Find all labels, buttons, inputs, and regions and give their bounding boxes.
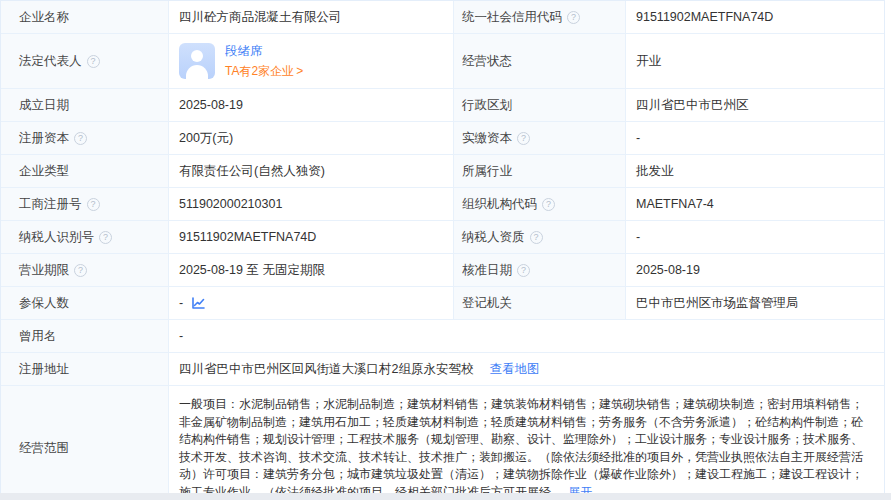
table-row: 法定代表人 ? 段绪席 TA有2家企业> 经营状态 开业 [1,34,884,89]
help-icon[interactable]: ? [87,55,100,68]
credit-code-value: 91511902MAETFNA74D [626,1,884,33]
company-name-value: 四川砼方商品混凝土有限公司 [169,1,454,33]
help-icon[interactable]: ? [74,132,87,145]
table-row: 参保人数 - 登记机关 巴中市巴州区市场监督管理局 [1,287,884,320]
reg-address-value: 四川省巴中市巴州区回风街道大溪口村2组原永安驾校 [179,361,473,378]
help-icon[interactable]: ? [542,198,555,211]
paid-capital-value: - [626,122,884,154]
table-row: 企业名称 四川砼方商品混凝土有限公司 统一社会信用代码 ? 91511902MA… [1,1,884,34]
status-label: 经营状态 [454,34,626,88]
table-row: 注册地址 四川省巴中市巴州区回风街道大溪口村2组原永安驾校 查看地图 [1,353,884,386]
taxpayer-id-label: 纳税人识别号 ? [1,221,169,253]
reg-capital-value: 200万(元) [169,122,454,154]
establish-date-label: 成立日期 [1,89,169,121]
table-row: 注册资本 ? 200万(元) 实缴资本 ? - [1,122,884,155]
company-type-value: 有限责任公司(自然人独资) [169,155,454,187]
person-icon [191,50,203,62]
admin-division-value: 四川省巴中市巴州区 [626,89,884,121]
taxpayer-id-value: 91511902MAETFNA74D [169,221,454,253]
related-companies-link[interactable]: TA有2家企业> [225,63,303,80]
reg-address-cell: 四川省巴中市巴州区回风街道大溪口村2组原永安驾校 查看地图 [169,353,884,385]
legal-rep-avatar[interactable] [179,43,215,79]
trend-chart-icon[interactable] [191,296,206,310]
credit-code-label: 统一社会信用代码 ? [454,1,626,33]
company-name-label: 企业名称 [1,1,169,33]
view-map-link[interactable]: 查看地图 [489,361,539,378]
table-row: 经营范围 一般项目：水泥制品销售；水泥制品制造；建筑材料销售；建筑装饰材料销售；… [1,386,884,500]
help-icon[interactable]: ? [530,231,543,244]
reg-number-label: 工商注册号 ? [1,188,169,220]
org-code-label: 组织机构代码 ? [454,188,626,220]
help-icon[interactable]: ? [74,264,87,277]
table-row: 曾用名 - [1,320,884,353]
establish-date-value: 2025-08-19 [169,89,454,121]
paid-capital-label: 实缴资本 ? [454,122,626,154]
help-icon[interactable]: ? [87,198,100,211]
legal-rep-name-link[interactable]: 段绪席 [225,43,303,60]
industry-value: 批发业 [626,155,884,187]
business-info-table: 企业名称 四川砼方商品混凝土有限公司 统一社会信用代码 ? 91511902MA… [0,0,885,500]
reg-number-value: 511902000210301 [169,188,454,220]
legal-rep-label: 法定代表人 ? [1,34,169,88]
help-icon[interactable]: ? [567,11,580,24]
business-term-label: 营业期限 ? [1,254,169,286]
chevron-right-icon: > [296,64,303,78]
business-term-value: 2025-08-19 至 无固定期限 [169,254,454,286]
page-bottom-divider [0,493,891,500]
table-row: 营业期限 ? 2025-08-19 至 无固定期限 核准日期 ? 2025-08… [1,254,884,287]
registry-authority-label: 登记机关 [454,287,626,319]
approval-date-value: 2025-08-19 [626,254,884,286]
insured-count-value: - [179,296,183,310]
help-icon[interactable]: ? [99,231,112,244]
insured-count-label: 参保人数 [1,287,169,319]
business-scope-cell: 一般项目：水泥制品销售；水泥制品制造；建筑材料销售；建筑装饰材料销售；建筑砌块销… [169,386,884,500]
company-registration-page: 企业名称 四川砼方商品混凝土有限公司 统一社会信用代码 ? 91511902MA… [0,0,891,500]
reg-capital-label: 注册资本 ? [1,122,169,154]
company-type-label: 企业类型 [1,155,169,187]
industry-label: 所属行业 [454,155,626,187]
legal-rep-cell: 段绪席 TA有2家企业> [169,34,454,88]
former-name-value: - [169,320,884,352]
table-row: 纳税人识别号 ? 91511902MAETFNA74D 纳税人资质 ? - [1,221,884,254]
person-icon [186,65,208,79]
business-scope-value: 一般项目：水泥制品销售；水泥制品制造；建筑材料销售；建筑装饰材料销售；建筑砌块销… [179,397,863,499]
table-row: 成立日期 2025-08-19 行政区划 四川省巴中市巴州区 [1,89,884,122]
help-icon[interactable]: ? [517,132,530,145]
reg-address-label: 注册地址 [1,353,169,385]
taxpayer-qualification-value: - [626,221,884,253]
insured-count-cell: - [169,287,454,319]
admin-division-label: 行政区划 [454,89,626,121]
table-row: 企业类型 有限责任公司(自然人独资) 所属行业 批发业 [1,155,884,188]
org-code-value: MAETFNA7-4 [626,188,884,220]
taxpayer-qualification-label: 纳税人资质 ? [454,221,626,253]
registry-authority-value: 巴中市巴州区市场监督管理局 [626,287,884,319]
approval-date-label: 核准日期 ? [454,254,626,286]
former-name-label: 曾用名 [1,320,169,352]
status-value: 开业 [626,34,884,88]
help-icon[interactable]: ? [517,264,530,277]
table-row: 工商注册号 ? 511902000210301 组织机构代码 ? MAETFNA… [1,188,884,221]
business-scope-label: 经营范围 [1,386,169,500]
